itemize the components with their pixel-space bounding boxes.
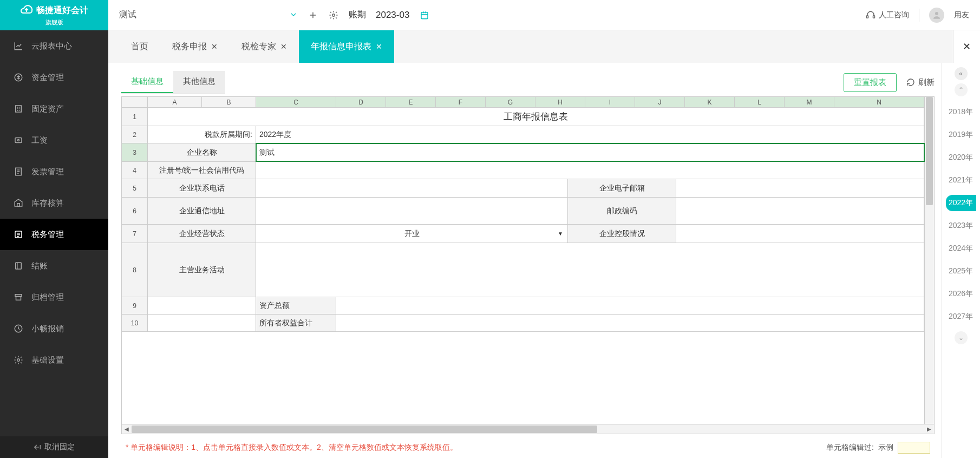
row-header[interactable]: 1 (122, 108, 148, 126)
scrollbar-thumb[interactable] (132, 426, 597, 433)
sidebar-item-reimburse[interactable]: 小畅报销 (0, 313, 108, 344)
col-header[interactable]: E (386, 97, 436, 107)
col-header[interactable]: G (486, 97, 535, 107)
sidebar-item-closing[interactable]: 结账 (0, 250, 108, 282)
col-header[interactable]: N (834, 97, 924, 107)
scroll-left-icon[interactable]: ◀ (122, 424, 132, 434)
corner-cell[interactable] (122, 97, 148, 107)
tab-home[interactable]: 首页 (119, 30, 160, 63)
cell-regno-label[interactable]: 注册号/统一社会信用代码 (148, 162, 256, 179)
col-header[interactable]: C (256, 97, 336, 107)
col-header[interactable]: M (785, 97, 834, 107)
cell-phone-value[interactable] (256, 179, 568, 197)
consult-button[interactable]: 人工咨询 (866, 10, 909, 20)
cell-regno-value[interactable] (256, 162, 924, 179)
vertical-scrollbar[interactable] (925, 96, 935, 424)
cell-holding-label[interactable]: 企业控股情况 (568, 225, 676, 243)
sidebar-item-settings[interactable]: 基础设置 (0, 344, 108, 376)
cell-mainbiz-value[interactable] (256, 243, 924, 297)
cell-status-value[interactable]: 开业▼ (256, 225, 568, 243)
col-header[interactable]: H (535, 97, 585, 107)
cell-equity-value[interactable] (336, 315, 924, 331)
row-header[interactable]: 6 (122, 198, 148, 224)
col-header[interactable]: B (202, 97, 256, 107)
close-all-tabs[interactable]: ✕ (953, 30, 980, 63)
reset-button[interactable]: 重置报表 (844, 73, 897, 92)
col-header[interactable]: J (635, 97, 685, 107)
sidebar-item-tax[interactable]: 税务管理 (0, 219, 108, 250)
gear-icon[interactable] (328, 10, 339, 21)
user-name[interactable]: 用友 (954, 10, 969, 20)
cell-phone-label[interactable]: 企业联系电话 (148, 179, 256, 197)
close-icon[interactable]: ✕ (376, 42, 382, 51)
scroll-down-icon[interactable]: ⌄ (955, 331, 968, 344)
year-option[interactable]: 2026年 (946, 286, 976, 302)
year-option[interactable]: 2019年 (946, 127, 976, 143)
close-icon[interactable]: ✕ (280, 42, 287, 51)
cell-blank[interactable] (148, 297, 256, 314)
cell-period-value[interactable]: 2022年度 (256, 126, 924, 143)
cell-assets-value[interactable] (336, 297, 924, 314)
cell-company-name-label[interactable]: 企业名称 (148, 143, 256, 161)
col-header[interactable]: K (685, 97, 735, 107)
spreadsheet[interactable]: A B C D E F G H I J K L M (121, 96, 925, 424)
year-option[interactable]: 2025年 (946, 263, 976, 279)
sidebar-item-invoice[interactable]: 发票管理 (0, 156, 108, 187)
row-header[interactable]: 7 (122, 225, 148, 243)
avatar[interactable] (929, 8, 944, 23)
refresh-button[interactable]: 刷新 (906, 77, 935, 88)
sidebar-item-fixed-assets[interactable]: 固定资产 (0, 93, 108, 125)
sidebar-item-inventory[interactable]: 库存核算 (0, 187, 108, 219)
sidebar-item-archive[interactable]: 归档管理 (0, 282, 108, 313)
cell-equity-label[interactable]: 所有者权益合计 (256, 315, 336, 331)
org-selector[interactable]: 测试 (119, 6, 298, 24)
year-option[interactable]: 2021年 (946, 172, 976, 188)
cell-status-label[interactable]: 企业经营状态 (148, 225, 256, 243)
row-header[interactable]: 8 (122, 243, 148, 297)
sidebar-item-report-center[interactable]: 云报表中心 (0, 30, 108, 62)
col-header[interactable]: I (585, 97, 635, 107)
cell-holding-value[interactable] (676, 225, 924, 243)
cell-email-label[interactable]: 企业电子邮箱 (568, 179, 676, 197)
sub-tab-other[interactable]: 其他信息 (173, 71, 225, 93)
cell-assets-label[interactable]: 资产总额 (256, 297, 336, 314)
col-header[interactable]: F (436, 97, 486, 107)
calendar-icon[interactable] (419, 10, 430, 21)
cell-postcode-value[interactable] (676, 198, 924, 224)
col-header[interactable]: A (148, 97, 202, 107)
scroll-right-icon[interactable]: ▶ (924, 424, 934, 434)
add-button[interactable] (308, 10, 318, 21)
row-header[interactable]: 3 (122, 143, 148, 161)
cell-address-value[interactable] (256, 198, 568, 224)
year-option[interactable]: 2018年 (946, 104, 976, 120)
row-header[interactable]: 10 (122, 315, 148, 331)
col-header[interactable]: L (735, 97, 785, 107)
row-header[interactable]: 2 (122, 126, 148, 143)
sidebar-item-funds[interactable]: 资金管理 (0, 62, 108, 93)
year-option[interactable]: 2023年 (946, 218, 976, 234)
year-option[interactable]: 2022年 (946, 195, 976, 211)
scroll-up-icon[interactable]: ⌃ (955, 83, 968, 96)
collapse-panel-icon[interactable]: « (955, 67, 968, 80)
year-option[interactable]: 2024年 (946, 240, 976, 257)
cell-email-value[interactable] (676, 179, 924, 197)
cell-company-name-value[interactable]: 测试 (256, 143, 924, 161)
col-header[interactable]: D (336, 97, 386, 107)
tab-tax-expert[interactable]: 税检专家✕ (230, 30, 299, 63)
sub-tab-basic[interactable]: 基础信息 (121, 71, 173, 93)
tab-annual-report[interactable]: 年报信息申报表✕ (299, 30, 394, 63)
year-option[interactable]: 2027年 (946, 309, 976, 325)
cell-blank[interactable] (148, 315, 256, 331)
cell-postcode-label[interactable]: 邮政编码 (568, 198, 676, 224)
horizontal-scrollbar[interactable]: ◀ ▶ (121, 424, 935, 434)
year-option[interactable]: 2020年 (946, 149, 976, 166)
sidebar-item-salary[interactable]: 工资 (0, 125, 108, 156)
cell-period-label[interactable]: 税款所属期间: (148, 126, 256, 143)
sheet-title[interactable]: 工商年报信息表 (148, 108, 924, 126)
row-header[interactable]: 9 (122, 297, 148, 314)
scrollbar-thumb[interactable] (926, 97, 933, 205)
unpin-button[interactable]: 取消固定 (0, 436, 108, 458)
cell-address-label[interactable]: 企业通信地址 (148, 198, 256, 224)
row-header[interactable]: 5 (122, 179, 148, 197)
close-icon[interactable]: ✕ (211, 42, 218, 51)
